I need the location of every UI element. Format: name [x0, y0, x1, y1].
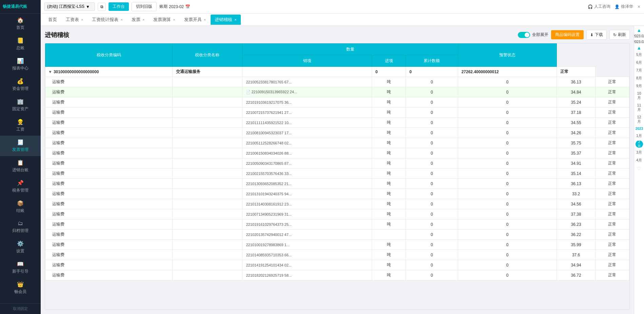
sidebar-item-settings[interactable]: ⚙️ 设置: [0, 237, 41, 257]
sidebar-item-finance[interactable]: 💰 资金管理: [0, 75, 41, 95]
sidebar-item-label: 固定资产: [12, 106, 28, 112]
download-label: 下载: [595, 32, 603, 38]
tab-close-icon[interactable]: ×: [81, 18, 83, 22]
switch-button[interactable]: 切到旧版: [132, 2, 157, 11]
table-row: 运输费221002155703576436 33...吨0035.14正常: [45, 169, 629, 179]
data-table: 税收分类编码 税收分类名称 数量 预警状态 销项 进项 累计数额 ▼301000…: [45, 43, 630, 310]
invoice-icon: 🧾: [17, 139, 24, 145]
sidebar-item-salary[interactable]: 👷 工资: [0, 115, 41, 136]
month-item-may[interactable]: 5月: [634, 51, 644, 58]
expand-toggle[interactable]: [518, 32, 530, 38]
sidebar-item-label: 报表中心: [12, 65, 28, 71]
month-item-oct[interactable]: 10月: [634, 90, 644, 101]
month-item-sep[interactable]: 9月: [634, 82, 644, 90]
expand-label: 全部展开: [532, 32, 548, 38]
month-item-feb[interactable]: 2月: [636, 140, 643, 148]
sidebar-item-member[interactable]: 👑 畅会员: [0, 278, 41, 298]
refresh-label: 刷新: [618, 32, 626, 38]
user-menu[interactable]: 👤 徐泽华: [614, 4, 633, 9]
tab-home[interactable]: 首页: [44, 15, 61, 25]
year-2023-label[interactable]: 2023: [634, 126, 644, 132]
table-row: 运输费221008100945323037 17...吨0034.26正常: [45, 128, 629, 138]
tab-close-icon[interactable]: ×: [234, 18, 236, 22]
month-item-aug[interactable]: 8月: [634, 75, 644, 82]
workspace-button[interactable]: 工作台: [109, 2, 129, 11]
month-item-jan[interactable]: 1月: [634, 132, 644, 139]
month-item-dec[interactable]: 12月: [634, 114, 644, 125]
month-item-nov[interactable]: 11月: [634, 102, 644, 113]
copy-button[interactable]: ⧉: [98, 3, 106, 11]
sidebar-item-guide[interactable]: 📖 新手引导: [0, 257, 41, 278]
month-item-apr[interactable]: 4月: [634, 157, 644, 164]
sidebar-item-label: 结账: [16, 208, 24, 214]
sidebar-item-report[interactable]: 📊 报表中心: [0, 54, 41, 75]
calendar-icon: 📅: [185, 4, 190, 9]
sidebar-item-home[interactable]: 🏠 首页: [0, 14, 41, 34]
company-name: (勿动) 江西报宝-LSS: [47, 4, 84, 9]
tab-close-icon[interactable]: ×: [142, 18, 144, 22]
sidebar-item-label: 设置: [16, 248, 24, 254]
scroll-up-months-button[interactable]: ▲: [637, 45, 642, 51]
tab-salary-sheet[interactable]: 工资表 ×: [62, 15, 87, 25]
tab-invoice[interactable]: 发票 ×: [128, 15, 149, 25]
sidebar-item-tax[interactable]: 📌 税务管理: [0, 176, 41, 197]
table-row: 运输费221019161029764373 25...吨0036.23正常: [45, 219, 629, 230]
period-selector[interactable]: 账期 2023-02 📅: [159, 4, 190, 9]
tab-sales-check[interactable]: 进销稽核 ×: [211, 15, 240, 25]
page-title-bar: 进销稽核 全部展开 商品编码设置 ⬇ 下载 ↻ 刷新: [45, 30, 630, 40]
table-row: 运输费221005233817801765 67...吨0036.13正常: [45, 77, 629, 87]
company-selector[interactable]: (勿动) 江西报宝-LSS ▼: [44, 2, 95, 11]
guide-icon: 📖: [17, 261, 24, 267]
table-row: 运输费221006150834034026 88...吨0035.37正常: [45, 148, 629, 158]
tab-close-icon[interactable]: ×: [173, 18, 175, 22]
settings-icon: ⚙️: [17, 240, 24, 247]
headset-icon: 🎧: [588, 4, 593, 9]
tab-invoice-calc[interactable]: 发票测算 ×: [149, 15, 179, 25]
sidebar-item-label: 税务管理: [12, 188, 28, 193]
month-item-mar[interactable]: 3月: [634, 149, 644, 156]
member-icon: 👑: [17, 281, 24, 288]
sidebar-item-sales-ledger[interactable]: 📋 进销台账: [0, 156, 41, 176]
tab-salary-report[interactable]: 工资统计报表 ×: [88, 15, 126, 25]
sidebar-item-closing[interactable]: 📦 结账: [0, 197, 41, 217]
unpin-button[interactable]: 取消固定: [0, 303, 41, 314]
sidebar-item-assets[interactable]: 🏢 固定资产: [0, 95, 41, 115]
tab-label: 发票开具: [184, 17, 202, 23]
table-row: 运输费221020135742940012 47...0036.22正常: [45, 230, 629, 240]
table-row: 运输费221013140308161912 23...吨0034.56正常: [45, 199, 629, 209]
sidebar-item-ledger[interactable]: 📒 总账: [0, 34, 41, 54]
close-icon[interactable]: ✕: [637, 4, 641, 9]
expand-toggle-wrap: 全部展开: [518, 32, 548, 38]
month-item-jul[interactable]: 7月: [634, 67, 644, 74]
download-button[interactable]: ⬇ 下载: [586, 30, 607, 40]
tab-close-icon[interactable]: ×: [120, 18, 122, 22]
table-row: ▼30100000000000000000交通运输服务0027262.40000…: [45, 67, 629, 77]
tab-label: 进销稽核: [215, 17, 232, 23]
table-row: 运输费221007134905231969 31...吨0037.38正常: [45, 209, 629, 219]
tab-label: 发票测算: [153, 17, 171, 23]
sidebar-item-label: 工资: [16, 126, 24, 132]
tab-bar: 首页 工资表 × 工资统计报表 × 发票 × 发票测算 × 发票开具 × 进销稽…: [41, 14, 644, 26]
sidebar-item-archive[interactable]: 🗂 归档管理: [0, 217, 41, 237]
refresh-button[interactable]: ↻ 刷新: [609, 30, 630, 40]
col-cumulative: 累计数额: [406, 55, 458, 67]
tab-close-icon[interactable]: ×: [204, 18, 206, 22]
month-item-jun[interactable]: 6月: [634, 59, 644, 66]
scroll-up-button[interactable]: ▲: [637, 27, 642, 33]
service-button[interactable]: 🎧 人工咨询: [588, 4, 610, 9]
table-row: 运输费221013101943240375 94...吨0033.2正常: [45, 189, 629, 199]
sidebar-item-label: 发票管理: [12, 147, 28, 153]
col-tax-code: 税收分类编码: [45, 44, 173, 67]
topbar: (勿动) 江西报宝-LSS ▼ ⧉ 工作台 切到旧版 账期 2023-02 📅 …: [41, 0, 644, 14]
tab-invoice-issue[interactable]: 发票开具 ×: [180, 15, 210, 25]
chevron-down-icon: ▼: [86, 4, 90, 9]
sidebar-item-invoice[interactable]: 🧾 发票管理: [0, 136, 41, 156]
goods-code-setting-button[interactable]: 商品编码设置: [551, 30, 584, 39]
user-icon: 👤: [614, 4, 620, 9]
table-row: 运输费221019103619217075 36...吨0035.24正常: [45, 97, 629, 107]
expand-icon[interactable]: ▼: [48, 70, 52, 74]
sidebar-item-label: 首页: [16, 25, 24, 31]
col-warning-status: 预警状态: [458, 44, 557, 67]
archive-icon: 🗂: [18, 220, 23, 227]
sidebar-item-label: 进销台账: [12, 167, 28, 173]
